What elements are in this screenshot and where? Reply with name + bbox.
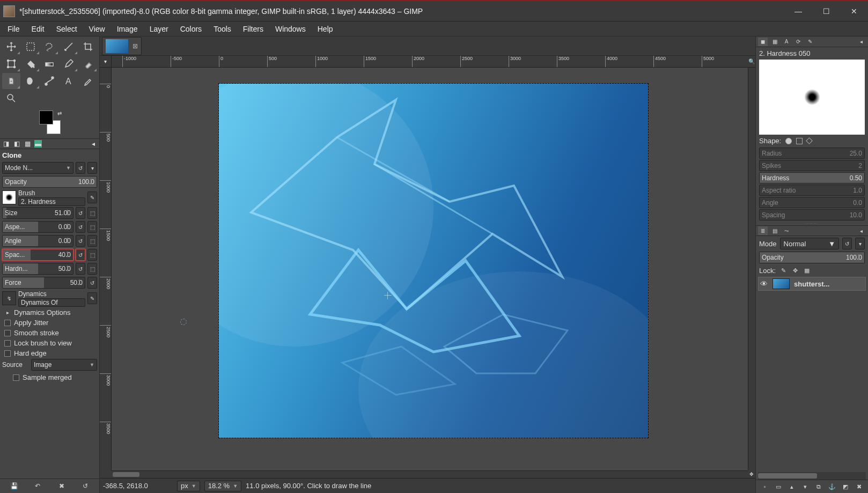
mode-menu-icon[interactable]: ▾ xyxy=(87,162,97,174)
layer-up-icon[interactable]: ▴ xyxy=(787,482,797,491)
restore-preset-icon[interactable]: ↶ xyxy=(32,481,43,491)
new-group-icon[interactable]: ▭ xyxy=(774,482,783,491)
angle-slider[interactable]: Angle0.00▴▾ xyxy=(2,235,73,247)
device-status-tab[interactable]: ▦ xyxy=(24,140,31,148)
brush-spacing-slider[interactable]: Spacing10.0 xyxy=(759,209,865,220)
menu-select[interactable]: Select xyxy=(51,23,83,35)
source-combo[interactable]: Image▼ xyxy=(31,359,97,371)
pencil-tool[interactable] xyxy=(60,56,78,72)
horizontal-ruler[interactable]: -1000 -500 0 500 1000 1500 2000 2500 300… xyxy=(112,56,748,68)
layer-mode-menu-icon[interactable]: ▾ xyxy=(855,238,865,249)
new-layer-icon[interactable]: ▫ xyxy=(760,482,770,491)
canvas[interactable] xyxy=(112,68,748,470)
paths-tab-icon[interactable]: ⤳ xyxy=(782,226,791,235)
rect-select-tool[interactable] xyxy=(21,39,40,55)
menu-edit[interactable]: Edit xyxy=(26,23,50,35)
menu-help[interactable]: Help xyxy=(312,23,339,35)
navigation-icon[interactable]: ✥ xyxy=(748,470,755,478)
ruler-corner[interactable]: ▾ xyxy=(100,56,112,68)
zoom-combo[interactable]: 18.2 %▼ xyxy=(204,481,241,491)
apply-jitter-checkbox[interactable]: Apply Jitter xyxy=(2,318,97,328)
color-swatch[interactable]: ⇄ xyxy=(34,111,66,134)
hardness-reset-icon[interactable]: ↺ xyxy=(76,263,85,275)
menu-filters[interactable]: Filters xyxy=(238,23,269,35)
spacing-link-icon[interactable]: ⬚ xyxy=(87,249,97,261)
delete-layer-icon[interactable]: ✖ xyxy=(854,482,864,491)
lock-pixels-icon[interactable]: ✎ xyxy=(779,266,788,275)
smooth-stroke-checkbox[interactable]: Smooth stroke xyxy=(2,328,97,338)
color-picker-tool[interactable] xyxy=(79,73,97,89)
swap-colors-icon[interactable]: ⇄ xyxy=(57,111,62,116)
hardness-link-icon[interactable]: ⬚ xyxy=(87,263,97,275)
vertical-scrollbar[interactable] xyxy=(748,68,755,470)
editor-tab-icon[interactable]: ✎ xyxy=(805,38,815,46)
dynamics-options-expander[interactable]: ▸Dynamics Options xyxy=(2,307,97,318)
aspect-link-icon[interactable]: ⬚ xyxy=(87,221,97,233)
aspect-ratio-slider[interactable]: Aspect ratio1.0 xyxy=(759,185,865,196)
brushes-tab-icon[interactable]: ◼ xyxy=(758,38,768,46)
measure-tool[interactable] xyxy=(60,39,78,55)
menu-image[interactable]: Image xyxy=(112,23,143,35)
merge-down-icon[interactable]: ⚓ xyxy=(827,482,837,491)
force-slider[interactable]: Force50.0▴▾ xyxy=(2,277,85,289)
brush-preview[interactable] xyxy=(2,190,16,204)
bucket-fill-tool[interactable] xyxy=(21,56,40,72)
spacing-slider[interactable]: Spac...40.0▴▾ xyxy=(2,249,73,261)
unit-combo[interactable]: px▼ xyxy=(177,481,200,491)
brush-edit-icon[interactable]: ✎ xyxy=(87,192,97,203)
save-preset-icon[interactable]: 💾 xyxy=(9,481,19,491)
close-button[interactable]: ✕ xyxy=(840,1,868,21)
lock-alpha-icon[interactable]: ▦ xyxy=(803,266,811,275)
spikes-slider[interactable]: Spikes2 xyxy=(759,160,865,171)
eraser-tool[interactable] xyxy=(79,56,97,72)
layer-mode-combo[interactable]: Normal▼ xyxy=(780,238,839,249)
dynamics-combo[interactable]: Dynamics Of xyxy=(18,298,85,307)
history-tab-icon[interactable]: ⟳ xyxy=(793,38,803,46)
layer-opacity-slider[interactable]: Opacity100.0▴▾ xyxy=(759,252,865,263)
image-tab[interactable]: ⊠ xyxy=(102,37,142,55)
layer-down-icon[interactable]: ▾ xyxy=(800,482,810,491)
foreground-color[interactable] xyxy=(39,111,53,124)
angle-reset-icon[interactable]: ↺ xyxy=(76,235,85,247)
crop-tool[interactable] xyxy=(79,39,97,55)
size-slider[interactable]: Size51.00▴▾ xyxy=(2,207,73,219)
aspect-reset-icon[interactable]: ↺ xyxy=(76,221,85,233)
layer-mode-reset-icon[interactable]: ↺ xyxy=(842,238,852,249)
patterns-tab-icon[interactable]: ▦ xyxy=(770,38,779,46)
force-reset-icon[interactable]: ↺ xyxy=(87,277,97,289)
lock-position-icon[interactable]: ✥ xyxy=(791,266,799,275)
transform-tool[interactable] xyxy=(2,56,20,72)
maximize-button[interactable]: ☐ xyxy=(812,1,840,21)
brush-combo[interactable]: 2. Hardness xyxy=(18,197,85,206)
dock-grip-icon[interactable]: ┄┄┄ xyxy=(756,221,868,225)
size-link-icon[interactable]: ⬚ xyxy=(87,207,97,219)
radius-slider[interactable]: Radius25.0 xyxy=(759,148,865,159)
hard-edge-checkbox[interactable]: Hard edge xyxy=(2,348,97,358)
paths-tool[interactable] xyxy=(41,73,59,89)
shape-circle-icon[interactable] xyxy=(785,138,792,144)
brush-hardness-slider[interactable]: Hardness0.50 xyxy=(759,172,865,183)
tab-menu-icon[interactable]: ◨ xyxy=(2,140,10,148)
configure-tab-right-icon[interactable]: ◂ xyxy=(856,38,866,46)
zoom-button-icon[interactable]: 🔍 xyxy=(748,56,755,68)
layers-hscroll[interactable] xyxy=(758,472,866,480)
aspect-slider[interactable]: Aspe...0.00▴▾ xyxy=(2,221,73,233)
fonts-tab-icon[interactable]: A xyxy=(782,38,791,46)
brushes-tab[interactable]: ▬ xyxy=(34,140,42,148)
menu-colors[interactable]: Colors xyxy=(175,23,207,35)
duplicate-layer-icon[interactable]: ⧉ xyxy=(814,482,823,491)
hardness-slider[interactable]: Hardn...50.0▴▾ xyxy=(2,263,73,275)
menu-windows[interactable]: Windows xyxy=(270,23,311,35)
layer-item[interactable]: 👁 shutterst... xyxy=(758,277,866,291)
clone-tool[interactable] xyxy=(2,73,20,89)
size-reset-icon[interactable]: ↺ xyxy=(76,207,85,219)
shape-diamond-icon[interactable] xyxy=(806,137,813,144)
spacing-reset-icon[interactable]: ↺ xyxy=(76,249,85,261)
zoom-tool[interactable] xyxy=(2,90,20,106)
dynamics-preview[interactable]: ↯ xyxy=(2,291,16,305)
vertical-ruler[interactable]: 0 500 1000 1500 2000 2500 3000 3500 xyxy=(100,68,112,470)
shape-square-icon[interactable] xyxy=(796,138,803,144)
smudge-tool[interactable] xyxy=(21,73,40,89)
brush-angle-slider[interactable]: Angle0.0 xyxy=(759,197,865,208)
delete-preset-icon[interactable]: ✖ xyxy=(56,481,67,491)
